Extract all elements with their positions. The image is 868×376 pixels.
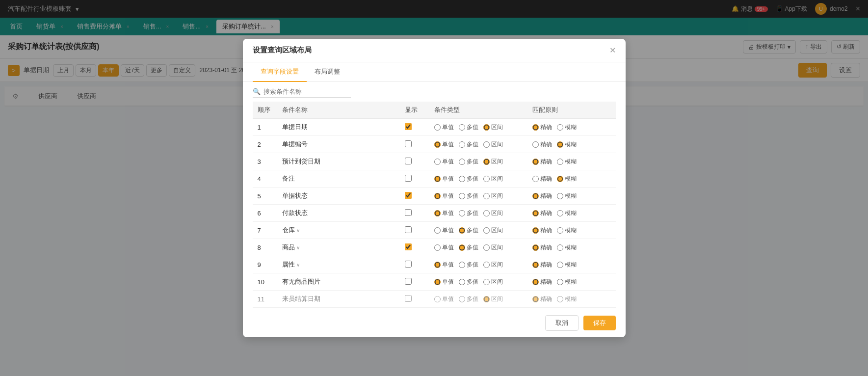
- modal-header: 设置查询区域布局 ✕: [243, 39, 626, 62]
- modal-table: 顺序 条件名称 显示 条件类型 匹配原则 1单据日期单值多值区间精确模糊2单据编…: [253, 102, 616, 110]
- modal-tab-query-fields[interactable]: 查询字段设置: [253, 62, 307, 82]
- col-header-order: 顺序: [253, 102, 277, 110]
- col-header-match: 匹配原则: [527, 102, 616, 110]
- col-header-type: 条件类型: [429, 102, 527, 110]
- modal-tab-layout[interactable]: 布局调整: [307, 62, 348, 82]
- modal-dialog: 设置查询区域布局 ✕ 查询字段设置 布局调整 🔍 顺序: [243, 39, 626, 110]
- search-icon: 🔍: [253, 88, 261, 95]
- modal-title: 设置查询区域布局: [253, 46, 312, 55]
- modal-search-area: 🔍: [243, 82, 626, 102]
- table-header: 顺序 条件名称 显示 条件类型 匹配原则: [253, 102, 616, 110]
- search-box: 🔍: [253, 88, 351, 98]
- search-input[interactable]: [263, 88, 351, 95]
- modal-overlay: 设置查询区域布局 ✕ 查询字段设置 布局调整 🔍 顺序: [0, 0, 868, 110]
- col-header-name: 条件名称: [277, 102, 400, 110]
- col-header-show: 显示: [400, 102, 429, 110]
- modal-table-wrap: 顺序 条件名称 显示 条件类型 匹配原则 1单据日期单值多值区间精确模糊2单据编…: [243, 102, 626, 110]
- modal-close-button[interactable]: ✕: [609, 46, 616, 55]
- modal-tabs: 查询字段设置 布局调整: [243, 62, 626, 82]
